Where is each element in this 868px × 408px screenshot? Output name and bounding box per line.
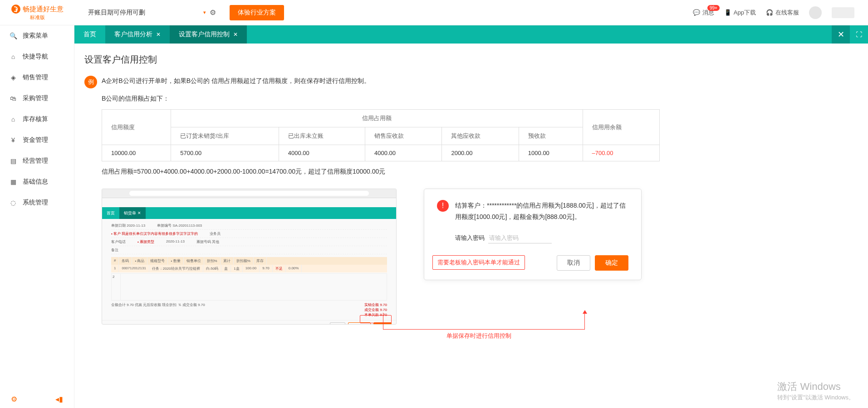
grid-icon: ▦ <box>9 178 17 186</box>
sidebar-item-purchase[interactable]: 🛍采购管理 <box>0 88 74 109</box>
messages-badge: 99+ <box>707 5 720 11</box>
sidebar-item-sales[interactable]: ◈销售管理 <box>0 67 74 88</box>
th-credit-limit: 信用额度 <box>102 110 171 145</box>
cancel-button[interactable]: 取消 <box>557 255 590 271</box>
sidebar-item-label: 搜索菜单 <box>23 32 48 40</box>
page-title: 设置客户信用控制 <box>84 53 868 66</box>
home-icon: ⌂ <box>9 53 17 61</box>
sidebar-item-label: 经营管理 <box>23 157 48 165</box>
password-input[interactable] <box>488 233 552 243</box>
sidebar-item-label: 基础信息 <box>23 178 48 186</box>
credit-warning-dialog: ! 结算客户：************的信用占用额为[1888.00元]，超过了… <box>424 189 642 280</box>
annotation-text: 单据保存时进行信用控制 <box>446 332 511 340</box>
search-icon: 🔍 <box>9 32 17 40</box>
sidebar-settings-icon[interactable]: ⚙ <box>11 395 17 403</box>
td-limit: 10000.00 <box>102 145 171 161</box>
list-icon: ▤ <box>9 157 17 165</box>
tab-customer-credit-analysis[interactable]: 客户信用分析✕ <box>105 25 170 44</box>
screenshot-sales-order: 首页 销货单 ✕ 单据日期 2020-11-13单据编号 SA-20201113… <box>102 189 397 325</box>
th-sub2: 已出库未立账 <box>279 127 365 145</box>
th-sub3: 销售应收款 <box>365 127 441 145</box>
th-sub4: 其他应收款 <box>442 127 519 145</box>
account-book-dropdown-label: 开账日期可停用可删 <box>88 9 145 17</box>
close-all-tabs-button[interactable]: ✕ <box>832 25 850 44</box>
logo-icon <box>11 4 21 14</box>
tab-label: 客户信用分析 <box>114 30 152 39</box>
warning-icon: ! <box>437 200 449 212</box>
close-icon[interactable]: ✕ <box>156 31 161 38</box>
sidebar-item-search[interactable]: 🔍搜索菜单 <box>0 25 74 46</box>
tabs-bar: 首页 客户信用分析✕ 设置客户信用控制✕ ✕ ⛶ <box>74 25 868 44</box>
close-icon[interactable]: ✕ <box>233 31 238 38</box>
tab-credit-control-setting[interactable]: 设置客户信用控制✕ <box>170 25 247 44</box>
annotation-arrow: 单据保存时进行信用控制 <box>102 329 854 347</box>
tab-label: 首页 <box>83 30 96 39</box>
fullscreen-button[interactable]: ⛶ <box>850 25 868 44</box>
logo-subtitle: 标准版 <box>30 14 45 21</box>
td-c5: 1000.00 <box>519 145 583 161</box>
settings-icon[interactable]: ⚙ <box>210 8 216 17</box>
circle-icon: ◌ <box>9 199 17 207</box>
td-c2: 4000.00 <box>279 145 365 161</box>
experience-industry-button[interactable]: 体验行业方案 <box>230 5 284 20</box>
confirm-button[interactable]: 确定 <box>595 255 628 271</box>
calculation-line: 信用占用额=5700.00+4000.00+4000.00+2000.00-10… <box>102 168 854 176</box>
sidebar-item-label: 快捷导航 <box>23 53 48 61</box>
th-sub1: 已订货未销货/出库 <box>171 127 279 145</box>
phone-icon: 📱 <box>724 9 731 16</box>
dialog-tip: 需要老板输入密码本单才能通过 <box>432 255 525 270</box>
sidebar-item-quick-nav[interactable]: ⌂快捷导航 <box>0 46 74 67</box>
th-credit-occupied: 信用占用额 <box>171 110 583 127</box>
product-logo: 畅捷通好生意 标准版 <box>0 4 74 21</box>
account-book-dropdown[interactable]: 开账日期可停用可删 ▾ <box>88 5 206 20</box>
chevron-down-icon: ▾ <box>203 10 206 15</box>
th-sub5: 预收款 <box>519 127 583 145</box>
example-badge-icon: 例 <box>84 76 97 88</box>
sidebar-collapse-icon[interactable]: ◂▮ <box>55 395 63 403</box>
sidebar-item-label: 系统管理 <box>23 199 48 207</box>
dialog-message: 结算客户：************的信用占用额为[1888.00元]，超过了信用… <box>455 200 628 223</box>
sidebar-item-label: 采购管理 <box>23 94 48 102</box>
example-subline: B公司的信用额占如下： <box>102 95 854 103</box>
watermark-line1: 激活 Windows <box>777 380 854 393</box>
sidebar-item-label: 销售管理 <box>23 73 48 82</box>
currency-icon: ¥ <box>9 136 17 144</box>
sidebar-item-label: 库存核算 <box>23 115 48 123</box>
th-credit-balance: 信用用余额 <box>583 110 659 145</box>
credit-table: 信用额度 信用占用额 信用用余额 已订货未销货/出库 已出库未立账 销售应收款 … <box>102 109 660 161</box>
chat-icon: 💬 <box>693 9 700 16</box>
messages-link[interactable]: 💬 消息 99+ <box>693 9 714 17</box>
sidebar-item-basic-info[interactable]: ▦基础信息 <box>0 171 74 192</box>
sidebar: 🔍搜索菜单 ⌂快捷导航 ◈销售管理 🛍采购管理 ⌂库存核算 ¥资金管理 ▤经营管… <box>0 25 74 408</box>
password-label: 请输入密码 <box>455 234 485 242</box>
user-menu[interactable] <box>832 7 854 18</box>
logo-text: 畅捷通好生意 <box>23 5 64 14</box>
sidebar-item-operations[interactable]: ▤经营管理 <box>0 151 74 171</box>
sidebar-item-system[interactable]: ◌系统管理 <box>0 192 74 213</box>
windows-activation-watermark: 激活 Windows 转到"设置"以激活 Windows。 <box>777 380 854 402</box>
headset-icon: 🎧 <box>766 9 773 16</box>
app-download-label: App下载 <box>734 9 756 17</box>
sidebar-item-label: 资金管理 <box>23 136 48 144</box>
tab-home[interactable]: 首页 <box>74 25 105 44</box>
sidebar-item-inventory[interactable]: ⌂库存核算 <box>0 109 74 130</box>
tab-label: 设置客户信用控制 <box>179 30 230 39</box>
avatar[interactable] <box>809 6 822 19</box>
online-service-label: 在线客服 <box>775 9 799 17</box>
house-icon: ⌂ <box>9 115 17 123</box>
example-text: A企对B公司进行开单时，如果B公司的 信用占用额超过了信用额度，则在保存时进行信… <box>102 76 370 86</box>
watermark-line2: 转到"设置"以激活 Windows。 <box>777 393 854 402</box>
bag-icon: 🛍 <box>9 94 17 102</box>
sidebar-item-funds[interactable]: ¥资金管理 <box>0 130 74 151</box>
td-balance: –700.00 <box>583 145 659 161</box>
td-c4: 2000.00 <box>442 145 519 161</box>
td-c1: 5700.00 <box>171 145 279 161</box>
td-c3: 4000.00 <box>365 145 441 161</box>
app-download-link[interactable]: 📱 App下载 <box>724 9 756 17</box>
tag-icon: ◈ <box>9 73 17 82</box>
online-service-link[interactable]: 🎧 在线客服 <box>766 9 799 17</box>
